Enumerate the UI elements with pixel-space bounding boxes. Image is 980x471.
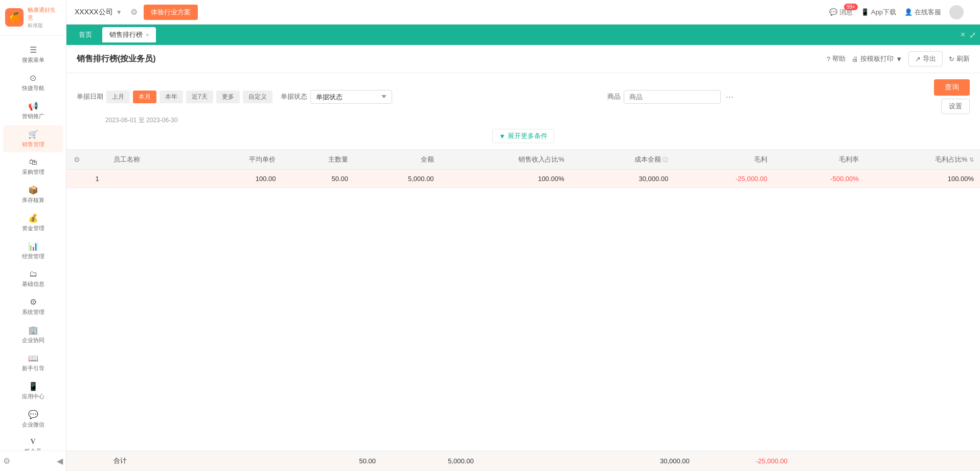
th-sales-ratio: 销售收入占比% [440,150,571,170]
tab-close-icon[interactable]: × [146,32,149,38]
sidebar-item-label: 基础信息 [22,280,44,288]
goods-more-btn[interactable]: ··· [724,92,736,102]
sidebar-item-marketing[interactable]: 📢 营销推广 [3,97,63,124]
th-qty: 主数量 [282,150,354,170]
sidebar-item-wechat[interactable]: 💬 企业微信 [3,406,63,433]
tab-home[interactable]: 首页 [71,26,100,43]
help-btn[interactable]: ? 帮助 [827,54,846,63]
sidebar-item-inventory[interactable]: 📦 库存核算 [3,181,63,208]
summary-profit-rate [794,451,882,471]
expand-label: 展开更多条件 [508,131,548,141]
chevron-down-icon: ▼ [499,132,506,140]
sidebar-item-label: 系统管理 [22,308,44,316]
sidebar-item-app-center[interactable]: 📱 应用中心 [3,377,63,405]
filter-row-1: 单据日期 上月 本月 本年 近7天 更多 自定义 单据状态 单据状态 [77,79,970,114]
help-label: 帮助 [832,54,846,63]
date-range-text: 2023-06-01 至 2023-06-30 [105,117,177,124]
date-btn-more[interactable]: 更多 [216,91,240,103]
sidebar-item-finance[interactable]: 💰 资金管理 [3,209,63,236]
tab-expand-icon[interactable]: ⤢ [969,30,976,40]
sales-icon: 🛒 [28,129,38,139]
refresh-icon: ↻ [949,55,954,63]
set-btn[interactable]: 设置 [941,99,970,114]
goods-filter-label: 商品 [607,92,621,101]
summary-sales-ratio [480,451,598,471]
date-btn-custom[interactable]: 自定义 [243,91,272,103]
date-btn-this-month[interactable]: 本月 [133,91,156,103]
tab-sales-ranking[interactable]: 销售排行榜 × [102,27,156,42]
company-selector[interactable]: XXXXX公司 ▼ [75,8,122,17]
basic-info-icon: 🗂 [29,270,37,279]
profit-ratio-value: 100.00% [948,175,974,183]
app-download-btn[interactable]: 📱 App下载 [861,8,896,17]
template-print-btn[interactable]: 🖨 按模板打印 ▼ [852,54,902,63]
topbar-right: 💬 消息 99+ 📱 App下载 👤 在线客服 [829,5,972,19]
td-settings-cell [66,170,87,188]
th-profit-ratio: 毛利占比% ⇅ [865,150,980,170]
th-profit-rate-label: 毛利率 [839,155,859,163]
app-download-label: App下载 [871,8,896,17]
sidebar-item-basic-info[interactable]: 🗂 基础信息 [3,265,63,292]
sidebar-item-enterprise[interactable]: 🏢 企业协同 [3,321,63,348]
sidebar-settings-icon[interactable]: ⚙ [3,456,10,466]
date-filter-label: 单据日期 [77,92,103,101]
th-avg-price-label: 平均单价 [249,155,276,163]
sidebar-item-label: 采购管理 [22,168,44,176]
finance-icon: 💰 [28,213,38,223]
enterprise-icon: 🏢 [28,325,38,335]
status-select[interactable]: 单据状态 [310,90,392,104]
guide-icon: 📖 [28,353,38,363]
td-rank: 1 [87,170,107,188]
summary-avg-price [225,451,303,471]
sidebar-item-label: 搜索菜单 [22,56,44,64]
td-amount: 5,000.00 [354,170,440,188]
sidebar-item-guide[interactable]: 📖 新手引导 [3,349,63,376]
th-profit-label: 毛利 [754,155,767,163]
td-name [107,170,195,188]
filter-area: 单据日期 上月 本月 本年 近7天 更多 自定义 单据状态 单据状态 [66,73,980,150]
company-arrow-icon: ▼ [116,9,122,16]
sidebar-item-label: 经营管理 [22,253,44,260]
date-btn-last-month[interactable]: 上月 [106,91,130,103]
sidebar-item-system[interactable]: ⚙ 系统管理 [3,293,63,320]
td-profit-rate: -500.00% [773,170,865,188]
sidebar-collapse-icon[interactable]: ◀ [57,456,63,466]
query-btn[interactable]: 查询 [934,79,970,96]
data-table: ⚙ 员工名称 平均单价 主数量 [66,150,980,188]
tabbar-right: × ⤢ [961,30,976,40]
topbar-settings-icon[interactable]: ⚙ [130,7,138,17]
wechat-icon: 💬 [28,410,38,419]
goods-input[interactable] [624,90,721,104]
sidebar-item-sales[interactable]: 🛒 销售管理 [3,125,63,152]
cost-value: 30,000.00 [639,175,668,183]
help-icon: ? [827,55,830,63]
export-btn[interactable]: ↗ 导出 [908,51,943,66]
export-icon: ↗ [915,55,921,63]
profit-rate-value: -500.00% [830,175,859,183]
sidebar-item-member[interactable]: V 畅会员 [3,434,63,451]
refresh-btn[interactable]: ↻ 刷新 [949,54,970,63]
summary-amount: 5,000.00 [382,451,480,471]
purchase-icon: 🛍 [29,158,37,167]
message-btn[interactable]: 💬 消息 99+ [829,8,853,17]
sidebar-item-operations[interactable]: 📊 经营管理 [3,237,63,264]
expand-more-btn[interactable]: ▼ 展开更多条件 [492,129,554,143]
profit-ratio-sort-icon[interactable]: ⇅ [969,156,974,163]
sidebar-item-purchase[interactable]: 🛍 采购管理 [3,153,63,180]
sidebar: 🍊 畅康通好生意 标准版 ☰ 搜索菜单 ⊙ 快捷导航 📢 营销推广 🛒 销售管理… [0,0,66,471]
date-btn-this-year[interactable]: 本年 [159,91,183,103]
online-service-btn[interactable]: 👤 在线客服 [904,8,941,17]
date-btn-7days[interactable]: 近7天 [186,91,213,103]
column-settings-icon[interactable]: ⚙ [74,155,80,164]
sidebar-item-quick-nav[interactable]: ⊙ 快捷导航 [3,69,63,96]
avatar[interactable] [949,5,964,19]
summary-rank-cell [87,451,107,471]
th-settings[interactable]: ⚙ [66,150,87,170]
table-header-row: ⚙ 员工名称 平均单价 主数量 [66,150,980,170]
table-wrap: ⚙ 员工名称 平均单价 主数量 [66,150,980,471]
cost-info-icon[interactable]: ⓘ [663,156,668,163]
sidebar-item-search[interactable]: ☰ 搜索菜单 [3,41,63,68]
system-icon: ⚙ [30,297,37,307]
tab-close-all-icon[interactable]: × [961,30,965,39]
trial-btn[interactable]: 体验行业方案 [144,5,198,20]
